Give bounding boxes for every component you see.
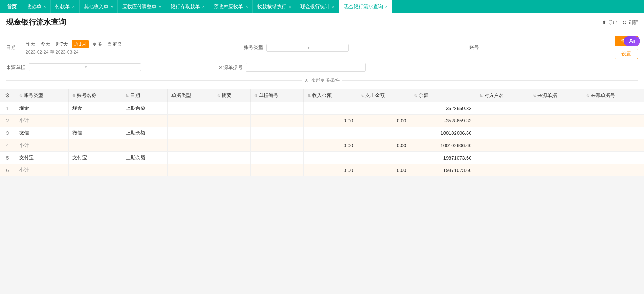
table-cell	[582, 152, 644, 164]
source-doc-no-input[interactable]	[246, 63, 366, 72]
th-counterpart[interactable]: ⇅对方户名	[476, 89, 529, 102]
table-cell: 0.00	[357, 115, 410, 127]
table-cell: 上期余额	[122, 102, 167, 115]
source-doc-filter-block: 来源单据 ▾	[6, 63, 141, 71]
close-icon[interactable]: ×	[72, 4, 74, 9]
table-cell	[476, 139, 529, 152]
table-row: 2小计0.000.00-3528659.33	[0, 115, 644, 127]
source-doc-no-label: 来源单据号	[218, 64, 243, 71]
table-cell: 支付宝	[68, 152, 122, 164]
close-icon[interactable]: ×	[245, 4, 248, 9]
table-cell	[167, 127, 213, 139]
table-cell: 6	[0, 164, 15, 176]
close-icon[interactable]: ×	[44, 4, 46, 9]
table-cell: 0.00	[303, 115, 357, 127]
date-opt-1month[interactable]: 近1月	[72, 40, 89, 48]
top-navigation: 首页 收款单 × 付款单 × 其他收入单 × 应收应付调整单 × 银行存取款单 …	[0, 0, 644, 13]
table-cell: 微信	[68, 127, 122, 139]
table-cell	[529, 139, 582, 152]
table-cell	[213, 102, 251, 115]
table-cell	[213, 127, 251, 139]
table-cell	[582, 102, 644, 115]
nav-cash-flow-query[interactable]: 现金银行流水查询 ×	[339, 0, 392, 13]
nav-bank-deposit[interactable]: 银行存取款单 ×	[166, 0, 209, 13]
table-cell: 19871073.60	[410, 152, 476, 164]
sort-icon: ⇅	[217, 94, 220, 98]
sort-icon: ⇅	[361, 94, 364, 98]
table-cell	[357, 152, 410, 164]
date-opt-custom[interactable]: 自定义	[106, 40, 123, 48]
th-balance[interactable]: ⇅余额	[410, 89, 476, 102]
table-cell	[357, 102, 410, 115]
more-options-icon[interactable]: ...	[487, 44, 494, 51]
table-cell: 100102606.60	[410, 127, 476, 139]
table-cell: 1	[0, 102, 15, 115]
table-cell	[529, 152, 582, 164]
close-icon[interactable]: ×	[289, 4, 291, 9]
table-cell	[213, 152, 251, 164]
th-date[interactable]: ⇅日期	[122, 89, 167, 102]
table-cell	[582, 115, 644, 127]
date-filter-block: 日期 昨天 今天 近7天 近1月 更多 自定义 2023-02-24 至 202…	[6, 40, 123, 55]
table-cell	[122, 115, 167, 127]
close-icon[interactable]: ×	[332, 4, 334, 9]
nav-advance-offset[interactable]: 预收冲应收单 ×	[209, 0, 252, 13]
th-doc-type[interactable]: 单据类型	[167, 89, 213, 102]
table-row: 6小计0.000.0019871073.60	[0, 164, 644, 176]
table-cell	[529, 164, 582, 176]
sort-icon: ⇅	[126, 94, 129, 98]
th-source-doc[interactable]: ⇅来源单据	[529, 89, 582, 102]
nav-home[interactable]: 首页	[2, 0, 22, 13]
th-income[interactable]: ⇅收入金额	[303, 89, 357, 102]
date-opt-7days[interactable]: 近7天	[54, 40, 69, 48]
table-cell: 现金	[15, 102, 68, 115]
nav-cash-stats[interactable]: 现金银行统计 ×	[296, 0, 339, 13]
table-cell: 4	[0, 139, 15, 152]
table-cell	[68, 164, 122, 176]
th-doc-no[interactable]: ⇅单据编号	[250, 89, 303, 102]
table-cell: 小计	[15, 139, 68, 152]
sort-icon: ⇅	[308, 94, 311, 98]
date-options: 昨天 今天 近7天 近1月 更多 自定义	[24, 40, 123, 48]
nav-adjustment[interactable]: 应收应付调整单 ×	[118, 0, 166, 13]
sort-icon: ⇅	[254, 94, 257, 98]
nav-receipt[interactable]: 收款单 ×	[22, 0, 51, 13]
export-button[interactable]: ⬆ 导出	[602, 19, 618, 26]
account-type-select[interactable]: ▾	[266, 44, 349, 52]
table-row: 1现金现金上期余额-3528659.33	[0, 102, 644, 115]
th-gear[interactable]: ⚙	[0, 89, 15, 102]
close-icon[interactable]: ×	[159, 4, 161, 9]
date-opt-yesterday[interactable]: 昨天	[24, 40, 37, 48]
table-cell	[213, 115, 251, 127]
table-cell	[250, 115, 303, 127]
date-options-block: 昨天 今天 近7天 近1月 更多 自定义 2023-02-24 至 2023-0…	[24, 40, 123, 55]
th-source-doc-no[interactable]: ⇅来源单据号	[582, 89, 644, 102]
close-icon[interactable]: ×	[385, 4, 387, 9]
refresh-button[interactable]: ↻ 刷新	[622, 19, 638, 26]
th-summary[interactable]: ⇅摘要	[213, 89, 251, 102]
source-doc-select[interactable]: ▾	[29, 63, 141, 71]
close-icon[interactable]: ×	[202, 4, 204, 9]
table-cell	[68, 139, 122, 152]
ai-badge[interactable]: Ai	[624, 36, 640, 46]
table-cell	[250, 139, 303, 152]
table-row: 4小计0.000.00100102606.60	[0, 139, 644, 152]
nav-payment[interactable]: 付款单 ×	[51, 0, 79, 13]
gear-icon[interactable]: ⚙	[5, 92, 10, 98]
filter-row-2: 来源单据 ▾ 来源单据号	[6, 63, 638, 72]
th-expense[interactable]: ⇅支出金额	[357, 89, 410, 102]
collapse-bar[interactable]: ∧ 收起更多条件	[6, 75, 638, 86]
th-account-type[interactable]: ⇅账号类型	[15, 89, 68, 102]
close-icon[interactable]: ×	[111, 4, 113, 9]
nav-collection-exec[interactable]: 收款核销执行 ×	[253, 0, 296, 13]
nav-other-income[interactable]: 其他收入单 ×	[80, 0, 118, 13]
th-account-name[interactable]: ⇅账号名称	[68, 89, 122, 102]
date-opt-today[interactable]: 今天	[39, 40, 52, 48]
table-cell: 小计	[15, 164, 68, 176]
sort-icon: ⇅	[533, 94, 536, 98]
sort-icon: ⇅	[480, 94, 483, 98]
sort-icon: ⇅	[586, 94, 589, 98]
table-cell: 0.00	[357, 139, 410, 152]
date-opt-more[interactable]: 更多	[91, 40, 104, 48]
settings-button[interactable]: 设置	[615, 49, 638, 59]
